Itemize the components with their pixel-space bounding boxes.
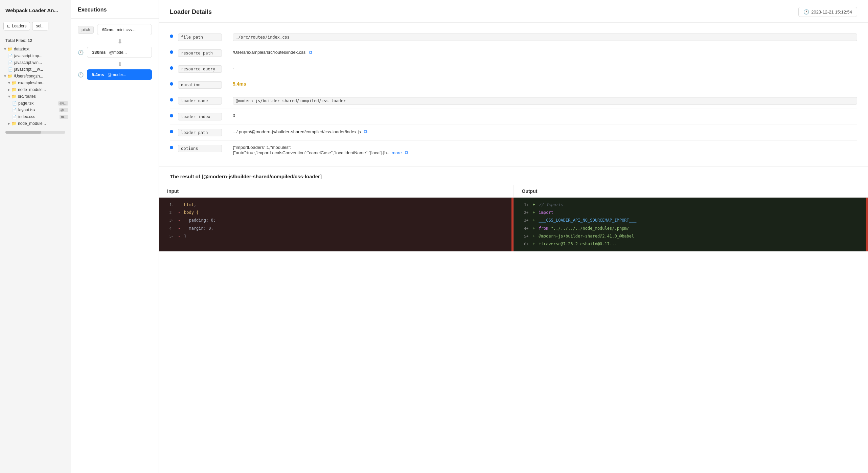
tree-item-page[interactable]: 📄 page.tsx @r... [0, 100, 71, 107]
tree-item-examples[interactable]: ▾ 📁 examples/mo... [0, 80, 71, 86]
tree-item-label: /Users/congzh... [14, 74, 43, 78]
exec-time: 330ms [92, 50, 106, 55]
exec-row-2: 🕐 330ms @mode... [78, 47, 152, 58]
detail-value-duration: 5.4ms [233, 81, 857, 87]
pitch-badge[interactable]: pitch [78, 26, 94, 34]
code-line: 1- - html, [159, 201, 511, 209]
chevron-right-icon: ▸ [8, 121, 10, 126]
tree-item-js-win[interactable]: 📄 javascript,win... [0, 59, 71, 66]
exec-item-mode[interactable]: 330ms @mode... [87, 47, 152, 58]
exec-item-moder[interactable]: 5.4ms @moder... [87, 69, 152, 80]
select-label: sel... [36, 24, 44, 28]
bullet-icon [170, 66, 173, 70]
tree-item-node-mod[interactable]: ▸ 📁 node_module... [0, 86, 71, 93]
tree-item-label: node_module... [18, 87, 46, 92]
bullet-icon [170, 50, 173, 54]
sidebar: Webpack Loader An... ⊡ Loaders sel... To… [0, 0, 71, 473]
timestamp-value: 2023-12-21 15:12:54 [811, 9, 852, 15]
clock-icon: 🕐 [78, 50, 84, 55]
clock-icon-2: 🕐 [78, 72, 84, 77]
loader-details-panel: Loader Details 🕐 2023-12-21 15:12:54 fil… [159, 0, 868, 473]
exec-arrow-2: ⬇ [78, 61, 152, 68]
file-icon: 📄 [8, 61, 13, 65]
code-line: 5- - } [159, 232, 511, 240]
clock-icon-3: 🕐 [803, 9, 809, 15]
detail-key-options: options [178, 145, 222, 152]
tree-item-label: javascript,win... [14, 60, 42, 65]
sidebar-title: Webpack Loader An... [0, 0, 71, 18]
detail-value-loader-name: @modern-js/builder-shared/compiled/css-l… [233, 97, 857, 105]
detail-value-loader-path: .../.pnpm/@modern-js/builder-shared/comp… [233, 129, 857, 135]
detail-row-duration: duration 5.4ms [170, 77, 857, 93]
loaders-button[interactable]: ⊡ Loaders [3, 22, 30, 30]
horizontal-scrollbar[interactable] [5, 131, 65, 134]
sidebar-toolbar: ⊡ Loaders sel... [0, 18, 71, 34]
tree-item-js-w[interactable]: 📄 javascript,__w... [0, 66, 71, 73]
tree-item-label: examples/mo... [18, 81, 45, 85]
code-line: 5+ + @modern-js+builder-shared@2.41.0_@b… [514, 232, 866, 240]
output-panel-header: Output [514, 185, 868, 198]
tree-item-label: javascript,imp... [14, 53, 42, 58]
code-line: 1+ + // Imports [514, 201, 866, 209]
tree-item-label: src/routes [18, 94, 36, 99]
tree-item-badge: @r... [58, 101, 68, 106]
loader-details-header: Loader Details 🕐 2023-12-21 15:12:54 [159, 0, 868, 23]
tree-item-node-mod2[interactable]: ▸ 📁 node_module... [0, 120, 71, 127]
code-line: 4- - margin: 0; [159, 225, 511, 232]
tree-item-src-routes[interactable]: ▾ 📁 src/routes [0, 93, 71, 100]
detail-key-file-path: file path [178, 33, 222, 41]
exec-time: 61ms [102, 27, 113, 32]
select-button[interactable]: sel... [32, 22, 48, 30]
detail-key-loader-path: loader path [178, 129, 222, 136]
tree-item-data-text[interactable]: ▾ 📁 data:text [0, 46, 71, 52]
input-code-panel: 1- - html, 2- - body { 3- - padding: 0; [159, 198, 514, 251]
loader-details-title: Loader Details [170, 8, 212, 16]
detail-key-resource-query: resource query [178, 65, 222, 73]
input-panel-header: Input [159, 185, 514, 198]
tree-item-layout[interactable]: 📄 layout.tsx @... [0, 107, 71, 113]
chevron-right-icon: ▸ [8, 87, 10, 92]
tree-item-users[interactable]: ▾ 📁 /Users/congzh... [0, 73, 71, 80]
result-section: The result of [@modern-js/builder-shared… [159, 166, 868, 251]
tree-item-js-imp[interactable]: 📄 javascript,imp... [0, 52, 71, 59]
copy-icon-3[interactable]: ⧉ [405, 150, 408, 155]
folder-icon: 📁 [12, 87, 17, 92]
tree-item-label: data:text [14, 47, 29, 51]
output-code-panel: 1+ + // Imports 2+ + import 3+ + ___CSS_… [514, 198, 868, 251]
file-icon: 📄 [8, 54, 13, 58]
bullet-icon [170, 98, 173, 102]
code-line: 3+ + ___CSS_LOADER_API_NO_SOURCEMAP_IMPO… [514, 217, 866, 224]
exec-item-mini-css[interactable]: 61ms mini-css-... [97, 24, 152, 35]
exec-row-1: pitch 61ms mini-css-... [78, 24, 152, 35]
tree-item-label: javascript,__w... [14, 67, 43, 72]
exec-row-3: 🕐 5.4ms @moder... [78, 69, 152, 80]
detail-row-resource-query: resource query - [170, 61, 857, 77]
file-icon: 📄 [12, 115, 17, 119]
executions-panel: Executions pitch 61ms mini-css-... ⬇ 🕐 3… [71, 0, 159, 473]
bullet-icon [170, 114, 173, 117]
more-link[interactable]: more [392, 150, 402, 155]
exec-name: @mode... [109, 50, 127, 55]
detail-row-loader-index: loader index 0 [170, 109, 857, 125]
detail-key-resource-path: resource path [178, 49, 222, 57]
executions-content: pitch 61ms mini-css-... ⬇ 🕐 330ms @mode.… [71, 19, 159, 87]
executions-title: Executions [71, 0, 159, 19]
copy-icon-2[interactable]: ⧉ [364, 129, 367, 134]
detail-row-resource-path: resource path /Users/examples/src/routes… [170, 45, 857, 61]
timestamp-badge: 🕐 2023-12-21 15:12:54 [798, 7, 857, 17]
bullet-icon [170, 82, 173, 86]
red-scroll-bar-2 [866, 198, 868, 251]
file-icon: 📄 [12, 101, 17, 106]
tree-item-index-css[interactable]: 📄 index.css m... [0, 113, 71, 120]
detail-key-loader-index: loader index [178, 113, 222, 120]
detail-row-loader-name: loader name @modern-js/builder-shared/co… [170, 93, 857, 109]
detail-key-duration: duration [178, 81, 222, 89]
copy-icon[interactable]: ⧉ [309, 49, 312, 55]
detail-row-options: options {"importLoaders":1,"modules": {"… [170, 141, 857, 160]
exec-name: mini-css-... [117, 27, 137, 32]
tree-item-badge: @... [59, 108, 68, 112]
folder-icon: 📁 [7, 47, 13, 51]
code-line: 2- - body { [159, 209, 511, 217]
bullet-icon [170, 130, 173, 133]
detail-value-options: {"importLoaders":1,"modules": {"auto":tr… [233, 145, 857, 156]
